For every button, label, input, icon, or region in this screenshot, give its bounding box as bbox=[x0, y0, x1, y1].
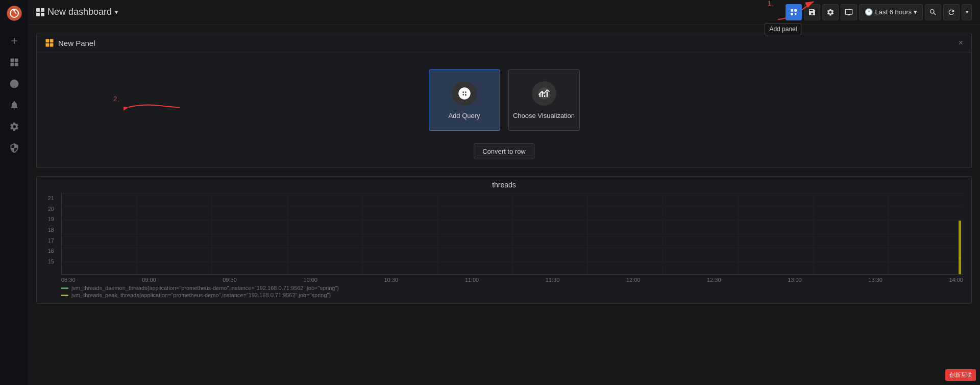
v-grid-line-6 bbox=[512, 193, 513, 274]
y-label-20: 20 bbox=[37, 206, 58, 212]
x-label-0830: 08:30 bbox=[61, 277, 76, 283]
chart-panel: threads 21 20 19 18 17 16 15 bbox=[36, 176, 972, 304]
svg-rect-9 bbox=[791, 9, 793, 12]
header-right: 1、 Add panel bbox=[786, 4, 972, 20]
convert-to-row-button[interactable]: Convert to row bbox=[474, 143, 534, 159]
header-left: New dashboard ▾ bbox=[36, 7, 118, 17]
sidebar-item-configuration[interactable] bbox=[0, 116, 28, 137]
svg-rect-6 bbox=[10, 63, 14, 66]
sidebar-item-dashboards[interactable] bbox=[0, 52, 28, 73]
watermark: 创新互联 bbox=[945, 369, 976, 381]
choose-visualization-option[interactable]: Choose Visualization bbox=[508, 69, 580, 131]
add-query-option[interactable]: Add Query bbox=[429, 69, 500, 131]
legend-item-peak: jvm_threads_peak_threads{application="pr… bbox=[61, 292, 963, 298]
refresh-button[interactable] bbox=[943, 4, 960, 20]
x-label-1200: 12:00 bbox=[626, 277, 641, 283]
chart-spike-low bbox=[959, 257, 961, 259]
x-label-1400: 14:00 bbox=[949, 277, 963, 283]
svg-point-2 bbox=[13, 10, 15, 12]
dashboard-title-area: New dashboard ▾ bbox=[36, 7, 118, 17]
panel-title: New Panel bbox=[58, 39, 95, 47]
v-grid-line-1 bbox=[137, 193, 137, 274]
svg-rect-7 bbox=[14, 63, 18, 66]
chart-main: 08:30 09:00 09:30 10:00 10:30 11:00 11:3… bbox=[61, 193, 971, 283]
y-label-16: 16 bbox=[37, 248, 58, 254]
v-grid-line-3 bbox=[287, 193, 288, 274]
x-label-1130: 11:30 bbox=[546, 277, 560, 283]
v-grid-line-11 bbox=[888, 193, 889, 274]
v-grid-line-5 bbox=[437, 193, 438, 274]
search-button[interactable] bbox=[925, 4, 941, 20]
chart-title: threads bbox=[37, 177, 971, 191]
choose-visualization-icon bbox=[532, 81, 556, 106]
dashboard-title: New dashboard bbox=[47, 7, 112, 17]
time-range-button[interactable]: 🕐 Last 6 hours ▾ bbox=[859, 4, 923, 20]
svg-point-0 bbox=[7, 6, 21, 20]
v-grid-line-2 bbox=[212, 193, 212, 274]
svg-rect-11 bbox=[791, 13, 793, 15]
sidebar-item-add[interactable] bbox=[0, 31, 28, 51]
tv-mode-button[interactable] bbox=[841, 4, 857, 20]
sidebar-item-explore[interactable] bbox=[0, 74, 28, 94]
save-button[interactable] bbox=[804, 4, 820, 20]
dashboard-area: New Panel × 2、 bbox=[28, 25, 980, 385]
legend-item-daemon: jvm_threads_daemon_threads{application="… bbox=[61, 285, 963, 291]
svg-rect-15 bbox=[50, 43, 54, 47]
panel-header: New Panel × bbox=[37, 33, 971, 53]
settings-button[interactable] bbox=[822, 4, 839, 20]
choose-visualization-label: Choose Visualization bbox=[513, 112, 575, 119]
x-label-1000: 10:00 bbox=[303, 277, 317, 283]
svg-rect-10 bbox=[795, 9, 797, 12]
new-panel-modal: New Panel × 2、 bbox=[36, 33, 972, 168]
add-panel-tooltip: Add panel bbox=[765, 23, 801, 35]
svg-rect-13 bbox=[50, 39, 54, 43]
svg-rect-5 bbox=[14, 59, 18, 62]
v-grid-line-4 bbox=[362, 193, 363, 274]
add-panel-button[interactable]: Add panel bbox=[786, 4, 802, 20]
x-label-1100: 11:00 bbox=[465, 277, 479, 283]
panel-header-left: New Panel bbox=[45, 38, 95, 47]
chart-wrapper: 21 20 19 18 17 16 15 bbox=[37, 191, 971, 283]
y-label-19: 19 bbox=[37, 216, 58, 222]
dashboard-dropdown-icon[interactable]: ▾ bbox=[115, 9, 118, 16]
v-grid-line-7 bbox=[587, 193, 588, 274]
panel-close-button[interactable]: × bbox=[959, 38, 963, 47]
chart-grid bbox=[61, 193, 963, 275]
dashboard-grid-icon bbox=[36, 8, 44, 16]
legend-color-daemon bbox=[61, 287, 68, 289]
main-content: New dashboard ▾ 1、 Add panel bbox=[28, 0, 980, 385]
legend-label-peak: jvm_threads_peak_threads{application="pr… bbox=[71, 292, 331, 298]
annotation-2: 2、 bbox=[113, 94, 124, 104]
y-axis: 21 20 19 18 17 16 15 bbox=[37, 193, 61, 283]
y-label-21: 21 bbox=[37, 195, 58, 201]
sidebar bbox=[0, 0, 28, 385]
sidebar-item-shield[interactable] bbox=[0, 138, 28, 158]
chart-spike-high bbox=[959, 221, 961, 274]
svg-rect-14 bbox=[46, 43, 50, 47]
add-query-icon bbox=[452, 81, 477, 106]
grafana-logo[interactable] bbox=[5, 4, 23, 22]
panel-body: 2、 bbox=[37, 53, 971, 167]
refresh-dropdown-button[interactable]: ▾ bbox=[962, 4, 972, 20]
y-label-18: 18 bbox=[37, 227, 58, 233]
legend-label-daemon: jvm_threads_daemon_threads{application="… bbox=[71, 285, 339, 291]
chart-legend: jvm_threads_daemon_threads{application="… bbox=[37, 283, 971, 303]
v-grid-line-9 bbox=[738, 193, 739, 274]
x-label-1230: 12:30 bbox=[707, 277, 721, 283]
svg-rect-12 bbox=[46, 39, 50, 43]
header: New dashboard ▾ 1、 Add panel bbox=[28, 0, 980, 25]
legend-color-peak bbox=[61, 295, 68, 296]
sidebar-item-alerting[interactable] bbox=[0, 95, 28, 115]
x-label-1330: 13:30 bbox=[868, 277, 883, 283]
x-label-1300: 13:00 bbox=[788, 277, 802, 283]
add-query-label: Add Query bbox=[448, 112, 480, 119]
y-label-15: 15 bbox=[37, 258, 58, 264]
x-label-1030: 10:30 bbox=[384, 277, 399, 283]
x-axis: 08:30 09:00 09:30 10:00 10:30 11:00 11:3… bbox=[61, 277, 963, 283]
x-label-0930: 09:30 bbox=[223, 277, 237, 283]
v-grid-line-8 bbox=[663, 193, 663, 274]
annotation-1: 1、 bbox=[768, 0, 778, 8]
svg-rect-4 bbox=[10, 59, 14, 62]
y-label-17: 17 bbox=[37, 237, 58, 244]
time-range-dropdown-icon: ▾ bbox=[914, 8, 917, 16]
